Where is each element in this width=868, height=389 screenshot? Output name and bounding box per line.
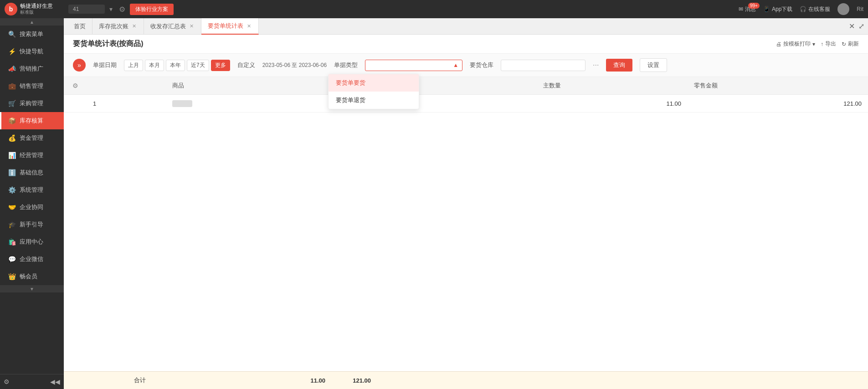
- tab-close-all-icon[interactable]: ✕: [849, 22, 855, 31]
- sidebar-item-sales[interactable]: 💼 销售管理: [0, 77, 64, 95]
- warehouse-filter-label: 要货仓库: [470, 61, 493, 69]
- store-dropdown-icon[interactable]: ▾: [109, 5, 113, 13]
- print-label: 按模板打印: [783, 40, 811, 48]
- export-icon: ↑: [821, 41, 823, 47]
- footer-label: 合计: [134, 376, 225, 384]
- tab-stock-summary-close[interactable]: ✕: [189, 23, 195, 29]
- sidebar-item-basic-info[interactable]: ℹ️ 基础信息: [0, 164, 64, 181]
- warehouse-filter-input[interactable]: [501, 60, 586, 71]
- tab-inventory-batch-close[interactable]: ✕: [131, 23, 137, 29]
- filter-toggle-button[interactable]: »: [73, 59, 86, 72]
- page-title-bar: 要货单统计表(按商品) 🖨 按模板打印 ▾ ↑ 导出 ↻ 刷新: [64, 35, 868, 54]
- sidebar-label-operations: 经营管理: [20, 151, 43, 159]
- phone-icon: 📱: [763, 6, 770, 12]
- custom-label: 自定义: [237, 61, 255, 69]
- tab-expand-icon[interactable]: ⤢: [858, 22, 864, 31]
- sidebar-item-app-center[interactable]: 🛍️ 应用中心: [0, 233, 64, 251]
- sidebar-label-purchase: 采购管理: [20, 99, 43, 107]
- sidebar-label-app-center: 应用中心: [20, 238, 43, 246]
- date-btn-more[interactable]: 更多: [211, 60, 230, 71]
- row-index: 1: [87, 95, 166, 113]
- quicknav-icon: ⚡: [8, 47, 16, 56]
- tab-order-stats[interactable]: 要货单统计表 ✕: [201, 18, 259, 35]
- sidebar-item-collab[interactable]: 🤝 企业协同: [0, 199, 64, 216]
- sidebar-item-system[interactable]: ⚙️ 系统管理: [0, 181, 64, 199]
- message-notification[interactable]: ✉ 消息 99+: [739, 5, 756, 13]
- sidebar-bottom: ⚙ ◀◀: [0, 374, 64, 389]
- type-select-arrow-up-icon[interactable]: ▲: [449, 62, 462, 68]
- table-col-quantity: 主数量: [537, 77, 688, 95]
- sidebar: ▲ 🔍 搜索菜单 ⚡ 快捷导航 📣 营销推广 💼 销售管理 🛒 采购管理 📦 库…: [0, 18, 64, 389]
- tab-home[interactable]: 首页: [67, 18, 92, 35]
- tab-order-stats-close[interactable]: ✕: [246, 23, 252, 29]
- refresh-icon: ↻: [842, 41, 846, 47]
- sidebar-label-guide: 新手引导: [20, 220, 43, 229]
- print-dropdown-icon[interactable]: ▾: [812, 41, 815, 47]
- type-select-wrapper[interactable]: ▲: [365, 60, 462, 71]
- date-btn-last-month[interactable]: 上月: [124, 60, 143, 71]
- tab-stock-summary[interactable]: 收发存汇总表 ✕: [144, 18, 201, 35]
- filter-more-button[interactable]: ···: [593, 61, 599, 69]
- finance-icon: 💰: [8, 134, 16, 142]
- refresh-button[interactable]: ↻ 刷新: [842, 40, 859, 48]
- dropdown-item-order-request[interactable]: 要货单要货: [329, 74, 419, 92]
- sidebar-item-member[interactable]: 👑 畅会员: [0, 268, 64, 285]
- row-product: [166, 95, 327, 113]
- app-download-label: App下载: [772, 5, 792, 13]
- data-table: ⚙ 商品 主计量单位 主数量 零售金额 1: [64, 77, 868, 113]
- table-col-index: [87, 77, 166, 95]
- type-select-input[interactable]: [365, 60, 449, 71]
- sidebar-scroll-up[interactable]: ▲: [0, 18, 64, 26]
- table-settings-button[interactable]: 设置: [640, 58, 667, 72]
- sidebar-item-marketing[interactable]: 📣 营销推广: [0, 60, 64, 77]
- sidebar-item-inventory[interactable]: 📦 库存核算: [0, 112, 64, 129]
- row-amount: 121.00: [688, 95, 868, 113]
- settings-gear-icon[interactable]: ⚙: [119, 5, 125, 14]
- sidebar-item-operations[interactable]: 📊 经营管理: [0, 147, 64, 164]
- sidebar-item-search[interactable]: 🔍 搜索菜单: [0, 26, 64, 43]
- table-col-settings: ⚙: [64, 77, 87, 95]
- store-id[interactable]: 41: [68, 5, 105, 14]
- sidebar-scroll-down[interactable]: ▼: [0, 285, 64, 292]
- user-avatar[interactable]: [837, 3, 849, 15]
- sidebar-item-quicknav[interactable]: ⚡ 快捷导航: [0, 43, 64, 60]
- tab-inventory-batch[interactable]: 库存批次账 ✕: [92, 18, 144, 35]
- dropdown-item-order-return[interactable]: 要货单退货: [329, 92, 419, 109]
- date-btn-this-month[interactable]: 本月: [145, 60, 164, 71]
- sidebar-label-finance: 资金管理: [20, 134, 43, 142]
- sidebar-label-inventory: 库存核算: [20, 117, 43, 125]
- tab-inventory-batch-label: 库存批次账: [99, 22, 128, 31]
- message-icon: ✉: [739, 6, 743, 12]
- query-button[interactable]: 查询: [606, 59, 632, 72]
- date-btn-last-7days[interactable]: 近7天: [187, 60, 209, 71]
- table-col-product: 商品: [166, 77, 327, 95]
- sidebar-item-guide[interactable]: 🎓 新手引导: [0, 216, 64, 233]
- online-service[interactable]: 🎧 在线客服: [800, 5, 830, 13]
- filter-toggle-icon: »: [77, 61, 81, 69]
- app-download[interactable]: 📱 App下载: [763, 5, 792, 13]
- sidebar-collapse-icon[interactable]: ◀◀: [50, 378, 60, 385]
- top-header: b 畅捷通好生意 标准版 41 ▾ ⚙ 体验行业方案 ✉ 消息 99+ 📱 Ap…: [0, 0, 868, 18]
- header-center: 41 ▾ ⚙ 体验行业方案: [68, 4, 739, 15]
- table-wrapper: ⚙ 商品 主计量单位 主数量 零售金额 1: [64, 77, 868, 113]
- app-center-icon: 🛍️: [8, 238, 16, 246]
- print-button[interactable]: 🖨 按模板打印 ▾: [776, 40, 815, 48]
- sidebar-item-enterprise-wechat[interactable]: 💬 企业微信: [0, 251, 64, 268]
- footer-quantity: 11.00: [289, 377, 325, 384]
- table-header-row: ⚙ 商品 主计量单位 主数量 零售金额: [64, 77, 868, 95]
- tab-bar: 首页 库存批次账 ✕ 收发存汇总表 ✕ 要货单统计表 ✕ ✕ ⤢: [64, 18, 868, 35]
- table-settings-icon[interactable]: ⚙: [72, 82, 78, 89]
- notification-badge: 99+: [748, 3, 760, 9]
- operations-icon: 📊: [8, 151, 16, 159]
- sidebar-item-purchase[interactable]: 🛒 采购管理: [0, 95, 64, 112]
- sidebar-label-marketing: 营销推广: [20, 65, 43, 73]
- export-button[interactable]: ↑ 导出: [821, 40, 836, 48]
- type-filter-label: 单据类型: [334, 61, 358, 69]
- date-btn-this-year[interactable]: 本年: [166, 60, 185, 71]
- sidebar-item-finance[interactable]: 💰 资金管理: [0, 129, 64, 147]
- date-range-text: 2023-05-06 至 2023-06-06: [262, 61, 327, 69]
- trial-button[interactable]: 体验行业方案: [130, 4, 174, 15]
- sidebar-settings-icon[interactable]: ⚙: [4, 378, 10, 385]
- main-layout: ▲ 🔍 搜索菜单 ⚡ 快捷导航 📣 营销推广 💼 销售管理 🛒 采购管理 📦 库…: [0, 18, 868, 389]
- footer-amount: 121.00: [334, 377, 371, 384]
